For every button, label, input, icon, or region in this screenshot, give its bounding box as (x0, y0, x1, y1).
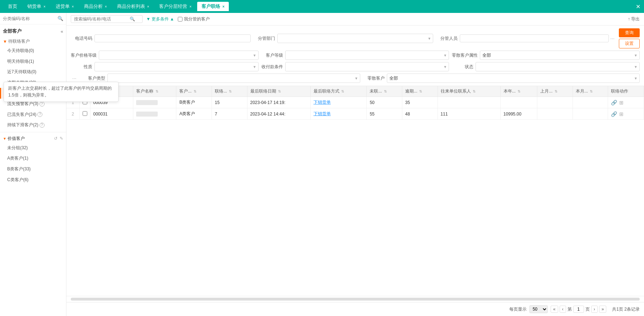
sidebar-search-icon: 🔍 (57, 16, 63, 21)
row-2-link-icon[interactable]: 🔗 (611, 111, 617, 117)
col-unit-contact[interactable]: 往来单位联系人 ⇅ (437, 86, 500, 97)
filter-manager-more-icon[interactable]: ··· (609, 36, 616, 41)
sidebar-item-7days-pending[interactable]: 近7天待联络(0) (0, 67, 66, 77)
row-2-grid-icon[interactable]: ⊞ (619, 111, 624, 117)
my-customers-checkbox-area[interactable]: 我分管的客户 (178, 16, 210, 22)
filter-price-select[interactable] (99, 51, 259, 60)
nav-tab-customer-mgmt[interactable]: 客户分层经营 × (155, 2, 196, 11)
row-1-link-icon[interactable]: 🔗 (611, 100, 617, 105)
col-this-year[interactable]: 本年... ⇅ (500, 86, 537, 97)
sidebar-group-pending-contact[interactable]: ▼ 待联络客户 (0, 37, 66, 46)
export-button[interactable]: ↑ 导出 (628, 16, 640, 22)
row-1-contact-method-link[interactable]: 下销货单 (314, 100, 331, 105)
filter-icon: ▼ (146, 16, 150, 22)
col-name[interactable]: 客户名称 ⇅ (133, 86, 176, 97)
nav-tab-analysis-close[interactable]: × (105, 5, 107, 9)
nav-tab-analysis[interactable]: 商品分析 × (80, 2, 111, 11)
sidebar-value-edit-icon[interactable]: ✎ (60, 136, 63, 141)
row-2-contact-method-link[interactable]: 下销货单 (314, 111, 331, 116)
filter-cust-level-select[interactable] (285, 51, 449, 60)
main-search-icon: 🔍 (130, 16, 135, 22)
row-1-grid-icon[interactable]: ⊞ (619, 100, 624, 105)
row-1-unread: 50 (367, 97, 402, 108)
per-page-select[interactable]: 50 100 200 (529, 305, 548, 313)
my-customers-checkbox[interactable] (178, 17, 182, 22)
row-2-this-month (573, 108, 608, 120)
filter-cust-type-select[interactable] (107, 74, 360, 83)
nav-tab-customer-mgmt-close[interactable]: × (189, 5, 191, 9)
col-last-contact-method[interactable]: 最后联络方式 ⇅ (310, 86, 367, 97)
query-button[interactable]: 查询 (619, 28, 640, 37)
col-type[interactable]: 客户... ⇅ (176, 86, 212, 97)
filter-payment-select[interactable] (285, 62, 449, 71)
filter-manager-input[interactable] (460, 34, 609, 42)
nav-tab-customer-contact-close[interactable]: × (222, 5, 224, 9)
nav-tab-home[interactable]: 首页 (4, 2, 22, 11)
col-overdue[interactable]: 逾期... ⇅ (402, 86, 437, 97)
col-last-contact-date[interactable]: 最后联络日期 ⇅ (247, 86, 310, 97)
col-this-month[interactable]: 本月... ⇅ (573, 86, 608, 97)
filter-retail-cust-select[interactable]: 全部 (387, 74, 640, 83)
filter-row-3: 性质 ▼ 收付款条件 ▼ 状态 (71, 62, 640, 71)
row-1-last-contact-method[interactable]: 下销货单 (310, 97, 367, 108)
sidebar-value-refresh-icon[interactable]: ↺ (54, 136, 57, 141)
row-2-last-contact-method[interactable]: 下销货单 (310, 108, 367, 120)
content-area: 🔍 ▼ 更多条件 ▲ 我分管的客户 ↑ 导出 电话号码 (66, 13, 644, 316)
more-dots-icon[interactable]: ··· (71, 75, 78, 81)
sidebar-item-tomorrow-pending[interactable]: 明天待联络(1) (0, 56, 66, 67)
sidebar-item-churned[interactable]: 已流失客户(24) ? (0, 109, 66, 120)
data-table-area: ⚙ 客户编码 ⇅ 客户名称 ⇅ (66, 86, 644, 296)
sidebar-churned-label: 已流失客户(24) (7, 111, 36, 119)
filter-dept-select[interactable] (277, 34, 434, 43)
sidebar-item-declining[interactable]: 持续下滑客户(2) ? (0, 120, 66, 131)
row-2-type: A类客户 (176, 108, 212, 120)
nav-tab-purchase-label: 进货单 (56, 3, 70, 10)
main-search-input[interactable] (74, 16, 128, 22)
filter-price-select-wrapper: ▼ (99, 51, 259, 60)
filter-phone-input[interactable] (94, 34, 251, 42)
filter-retail-attr-select[interactable]: 全部 (480, 51, 640, 60)
settings-button[interactable]: 设置 (619, 39, 640, 48)
sidebar-item-class-b[interactable]: B类客户(33) (0, 164, 66, 175)
more-conditions-button[interactable]: ▼ 更多条件 ▲ (146, 16, 174, 22)
filter-cust-level-select-wrapper: ▼ (285, 51, 449, 60)
row-2-checkbox[interactable] (79, 108, 90, 120)
row-2-select-checkbox[interactable] (83, 111, 87, 116)
nav-tab-analysis-list[interactable]: 商品分析列表 × (113, 2, 154, 11)
current-page-input[interactable] (573, 306, 584, 313)
horizontal-scrollbar-area (66, 296, 644, 302)
nav-tab-sales[interactable]: 销货单 × (23, 2, 50, 11)
main-layout: 🔍 全部客户 « ▼ 待联络客户 今天待联络(0) 明天待联络(1) 近7天待联… (0, 13, 644, 316)
filter-gender-select[interactable] (94, 62, 259, 71)
row-2-unread: 55 (367, 108, 402, 120)
filter-retail-cust-label: 零散客户 (363, 75, 385, 81)
nav-tab-purchase[interactable]: 进货单 × (51, 2, 78, 11)
sidebar-item-today-pending[interactable]: 今天待联络(0) (0, 46, 66, 56)
filter-status-select[interactable] (476, 62, 640, 71)
col-unread[interactable]: 未联... ⇅ (367, 86, 402, 97)
nav-tab-sales-label: 销货单 (27, 3, 41, 10)
sidebar-item-class-a[interactable]: A类客户(1) (0, 153, 66, 164)
sidebar-item-ungrouped[interactable]: 未分组(32) (0, 143, 66, 154)
sidebar-item-class-c[interactable]: C类客户(6) (0, 175, 66, 185)
prev-page-button[interactable]: ‹ (560, 306, 566, 313)
nav-tab-purchase-close[interactable]: × (72, 5, 74, 9)
nav-tab-customer-contact[interactable]: 客户联络 × (197, 2, 229, 11)
close-all-tabs-button[interactable]: ✕ (636, 3, 640, 10)
col-contact-sort-icon: ⇅ (229, 89, 232, 93)
row-2-action-icons: 🔗 ⊞ (611, 111, 641, 117)
last-page-button[interactable]: » (599, 306, 607, 313)
sidebar-collapse-icon[interactable]: « (61, 29, 63, 34)
nav-tab-sales-close[interactable]: × (43, 5, 46, 9)
filter-retail-attr-label: 零散客户属性 (452, 52, 478, 58)
col-last-month[interactable]: 上月... ⇅ (537, 86, 573, 97)
nav-tab-analysis-list-close[interactable]: × (147, 5, 149, 9)
row-1-action-icons: 🔗 ⊞ (611, 100, 641, 105)
col-contact[interactable]: 联络... ⇅ (212, 86, 247, 97)
next-page-button[interactable]: › (591, 306, 598, 313)
horizontal-scrollbar[interactable] (71, 298, 640, 301)
sidebar-value-customers-header: ▼ 价值客户 ↺ ✎ (0, 134, 66, 143)
sidebar-content: 全部客户 « ▼ 待联络客户 今天待联络(0) 明天待联络(1) 近7天待联络(… (0, 24, 66, 316)
first-page-button[interactable]: « (551, 306, 558, 313)
sidebar-search-input[interactable] (3, 16, 57, 21)
